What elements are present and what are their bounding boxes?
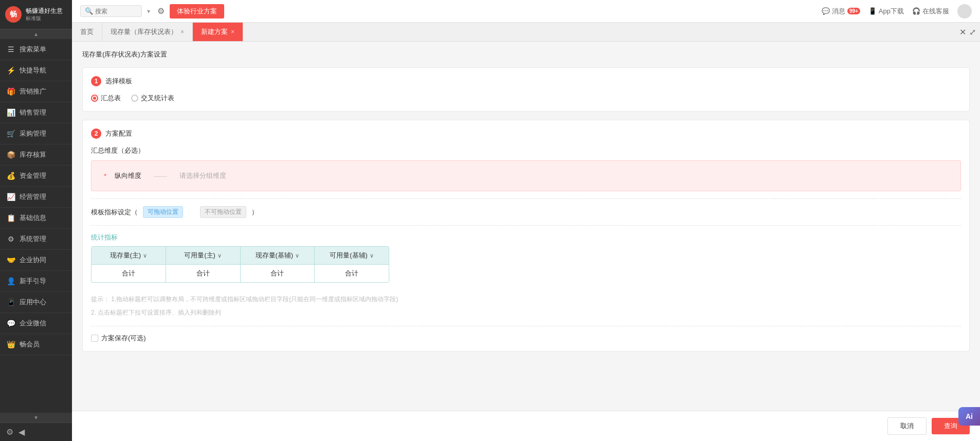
app-badge: 标准版 — [26, 15, 63, 22]
tab-new-scheme-close-icon[interactable]: × — [231, 28, 234, 35]
member-icon: 👑 — [6, 340, 15, 349]
sidebar-item-purchase[interactable]: 🛒采购管理 — [0, 123, 72, 144]
dimension-box[interactable]: * 纵向维度 —— 请选择分组维度 — [91, 160, 961, 191]
sales-icon: 📊 — [6, 108, 15, 117]
sidebar-item-app-center[interactable]: 📱应用中心 — [0, 292, 72, 313]
sidebar-item-label-quick-nav: 快捷导航 — [20, 66, 46, 75]
sidebar-item-label-purchase: 采购管理 — [20, 129, 46, 138]
stats-col-3-arrow[interactable]: ∨ — [370, 252, 374, 259]
app-download-label: App下载 — [879, 7, 904, 16]
topbar-chevron-icon[interactable]: ▾ — [147, 8, 150, 15]
messages-label: 消息 — [832, 7, 845, 16]
stats-table: 现存量(主) ∨ 可用量(主) ∨ 现存量(基辅) ∨ 可用量(基辅) ∨ — [91, 246, 389, 283]
topbar-search-box[interactable]: 🔍 — [80, 5, 142, 17]
industry-btn[interactable]: 体验行业方案 — [170, 4, 224, 19]
radio-summary[interactable]: 汇总表 — [91, 94, 121, 103]
template-end-paren: ） — [251, 208, 258, 217]
sidebar-item-base-info[interactable]: 📋基础信息 — [0, 208, 72, 229]
headset-icon: 🎧 — [912, 7, 920, 15]
user-avatar[interactable] — [957, 4, 972, 19]
messages-item[interactable]: 💬 消息 99+ — [822, 7, 860, 16]
base-info-icon: 📋 — [6, 213, 15, 223]
stats-col-0-arrow[interactable]: ∨ — [143, 252, 147, 259]
dimension-required-mark: * — [104, 172, 106, 180]
cancel-button[interactable]: 取消 — [887, 417, 927, 435]
search-input[interactable] — [95, 8, 136, 15]
online-service-item[interactable]: 🎧 在线客服 — [912, 7, 949, 16]
search-icon: 🔍 — [85, 7, 93, 15]
tab-new-scheme[interactable]: 新建方案 × — [193, 23, 243, 41]
topbar-settings-icon[interactable]: ⚙ — [157, 6, 165, 16]
sidebar-item-label-inventory: 库存核算 — [20, 150, 46, 159]
message-icon: 💬 — [822, 7, 830, 15]
sidebar-item-new-guide[interactable]: 👤新手引导 — [0, 271, 72, 292]
stats-col-1[interactable]: 可用量(主) ∨ — [166, 247, 241, 264]
sidebar-item-system[interactable]: ⚙系统管理 — [0, 229, 72, 250]
tab-home-label: 首页 — [80, 27, 94, 36]
app-center-icon: 📱 — [6, 298, 15, 307]
radio-cross-label: 交叉统计表 — [141, 94, 174, 103]
page-title: 现存量(库存状况表)方案设置 — [82, 50, 970, 59]
sidebar: 畅 畅赚通好生意 标准版 ▲ ☰搜索菜单⚡快捷导航🎁营销推广📊销售管理🛒采购管理… — [0, 0, 72, 441]
app-download-icon: 📱 — [868, 7, 877, 15]
messages-badge: 99+ — [847, 8, 860, 14]
save-checkbox[interactable] — [91, 335, 98, 342]
sidebar-scroll-down[interactable]: ▼ — [0, 413, 72, 422]
sidebar-item-inventory[interactable]: 📦库存核算 — [0, 144, 72, 166]
sidebar-item-search-menu[interactable]: ☰搜索菜单 — [0, 39, 72, 60]
sidebar-item-corp[interactable]: 🤝企业协同 — [0, 250, 72, 271]
sidebar-item-quick-nav[interactable]: ⚡快捷导航 — [0, 60, 72, 81]
new-guide-icon: 👤 — [6, 277, 15, 286]
page-content: 现存量(库存状况表)方案设置 1 选择模板 汇总表 交叉统计表 2 — [72, 42, 980, 411]
sidebar-item-label-finance: 资金管理 — [20, 171, 46, 180]
radio-cross-circle — [131, 95, 138, 102]
drag-badge: 可拖动位置 — [143, 206, 183, 218]
sidebar-item-label-new-guide: 新手引导 — [20, 277, 46, 286]
sidebar-item-label-operations: 经营管理 — [20, 192, 46, 201]
topbar-right: 💬 消息 99+ 📱 App下载 🎧 在线客服 — [822, 4, 972, 19]
divider1 — [91, 198, 961, 199]
divider3 — [91, 326, 961, 326]
template-indicator-label: 模板指标设定（ — [91, 208, 138, 217]
tab-new-scheme-label: 新建方案 — [201, 27, 228, 36]
mute-icon[interactable]: ◀ — [19, 427, 25, 437]
enterprise-wechat-icon: 💬 — [6, 319, 15, 328]
stats-col-3[interactable]: 可用量(基辅) ∨ — [315, 247, 389, 264]
window-expand-icon[interactable]: ⤢ — [969, 27, 976, 37]
sidebar-item-marketing[interactable]: 🎁营销推广 — [0, 81, 72, 102]
sidebar-scroll-up[interactable]: ▲ — [0, 29, 72, 39]
template-indicator-row: 模板指标设定（ 可拖动位置 不可拖动位置 ） — [91, 206, 961, 218]
stats-col-0[interactable]: 现存量(主) ∨ — [92, 247, 166, 264]
step1-section: 1 选择模板 汇总表 交叉统计表 — [82, 67, 970, 112]
sidebar-item-finance[interactable]: 💰资金管理 — [0, 166, 72, 187]
stats-col-1-label: 可用量(主) — [184, 251, 215, 260]
settings-icon[interactable]: ⚙ — [6, 427, 13, 437]
purchase-icon: 🛒 — [6, 129, 15, 138]
search-menu-icon: ☰ — [6, 45, 15, 54]
marketing-icon: 🎁 — [6, 87, 15, 96]
online-service-label: 在线客服 — [922, 7, 949, 16]
sidebar-item-sales[interactable]: 📊销售管理 — [0, 102, 72, 123]
sidebar-item-member[interactable]: 👑畅会员 — [0, 334, 72, 355]
tab-home[interactable]: 首页 — [72, 23, 102, 41]
stats-col-1-arrow[interactable]: ∨ — [217, 252, 222, 259]
stats-col-2-arrow[interactable]: ∨ — [295, 252, 299, 259]
window-close-icon[interactable]: ✕ — [959, 27, 966, 37]
save-label: 方案保存(可选) — [101, 334, 146, 343]
radio-summary-circle — [91, 95, 98, 102]
tip-1: 提示： 1.拖动标题栏可以调整布局，不可跨维度或指标区域拖动栏目字段(只能在同一… — [91, 293, 961, 305]
sidebar-item-enterprise-wechat[interactable]: 💬企业微信 — [0, 313, 72, 334]
stats-table-data-row: 合计 合计 合计 合计 — [92, 264, 389, 282]
sidebar-item-operations[interactable]: 📈经营管理 — [0, 187, 72, 208]
window-controls: ✕ ⤢ — [959, 27, 980, 37]
sidebar-item-label-marketing: 营销推广 — [20, 87, 46, 96]
dimension-name: 纵向维度 — [115, 171, 141, 180]
tab-inventory-status[interactable]: 现存量（库存状况表） × — [102, 23, 193, 41]
app-download-item[interactable]: 📱 App下载 — [868, 7, 904, 16]
tab-inventory-label: 现存量（库存状况表） — [111, 27, 177, 36]
stats-col-2[interactable]: 现存量(基辅) ∨ — [241, 247, 315, 264]
tab-inventory-close-icon[interactable]: × — [180, 28, 184, 35]
ai-button[interactable]: Ai — [958, 407, 980, 426]
radio-cross[interactable]: 交叉统计表 — [131, 94, 174, 103]
sidebar-item-label-base-info: 基础信息 — [20, 213, 46, 223]
